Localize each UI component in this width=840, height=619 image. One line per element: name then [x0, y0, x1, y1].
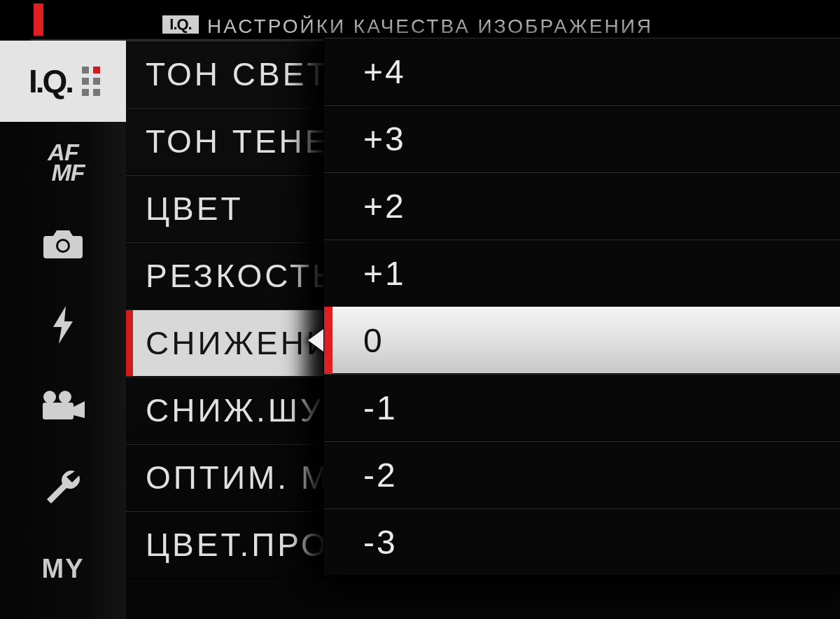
sidebar-tab-afmf[interactable]: AF MF — [0, 122, 126, 203]
my-label: MY — [42, 554, 85, 584]
header-iq-badge: I.Q. — [162, 15, 199, 34]
header: I.Q. НАСТРОЙКИ КАЧЕСТВА ИЗОБРАЖЕНИЯ — [0, 0, 840, 41]
sidebar-tab-movie[interactable] — [0, 366, 126, 447]
value-option-minus1[interactable]: -1 — [324, 374, 840, 441]
value-option-minus3[interactable]: -3 — [324, 508, 840, 576]
left-arrow-icon — [308, 329, 323, 352]
value-option-plus2[interactable]: +2 — [324, 172, 840, 239]
sidebar-tab-my[interactable]: MY — [0, 528, 126, 609]
svg-point-1 — [58, 241, 68, 251]
sidebar-tab-iq[interactable]: I.Q. — [0, 41, 126, 122]
wrench-icon — [43, 467, 83, 508]
value-option-0[interactable]: 0 — [324, 307, 840, 374]
page-title: НАСТРОЙКИ КАЧЕСТВА ИЗОБРАЖЕНИЯ — [207, 15, 653, 38]
mf-label: MF — [51, 162, 84, 183]
movie-icon — [40, 390, 86, 422]
sidebar: I.Q. AF MF — [0, 41, 126, 619]
camera-icon — [41, 228, 85, 260]
sidebar-tab-shoot[interactable] — [0, 203, 126, 284]
value-popup: +4 +3 +2 +1 0 -1 -2 -3 — [323, 38, 840, 576]
flash-icon — [49, 305, 77, 345]
value-option-plus1[interactable]: +1 — [324, 239, 840, 307]
svg-rect-4 — [43, 403, 74, 419]
iq-dots-icon — [82, 67, 100, 96]
value-option-plus4[interactable]: +4 — [324, 38, 840, 105]
header-accent — [34, 4, 43, 36]
value-option-minus2[interactable]: -2 — [324, 441, 840, 508]
iq-icon: I.Q. — [26, 64, 75, 99]
sidebar-tab-flash[interactable] — [0, 284, 126, 366]
sidebar-tab-setup[interactable] — [0, 447, 126, 528]
svg-point-3 — [59, 391, 71, 403]
value-option-plus3[interactable]: +3 — [324, 105, 840, 172]
svg-point-2 — [43, 391, 56, 403]
